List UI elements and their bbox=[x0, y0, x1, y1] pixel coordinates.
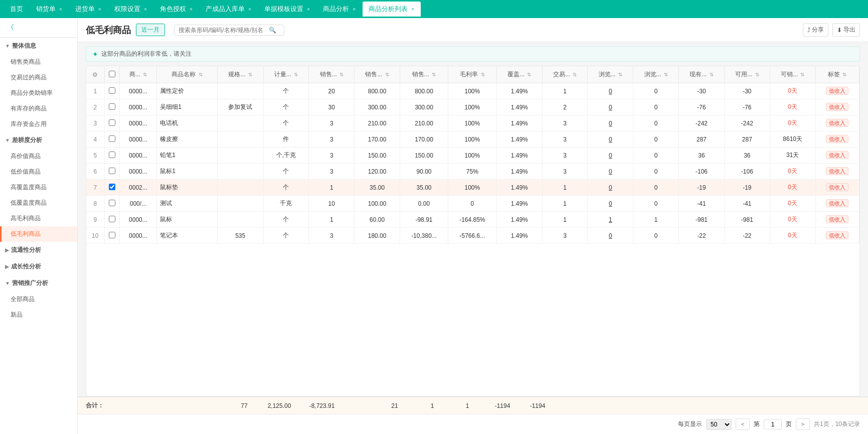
row-checkbox[interactable] bbox=[109, 135, 115, 142]
sidebar-item-all-products[interactable]: 全部商品 bbox=[0, 292, 77, 307]
sidebar-item-in-stock[interactable]: 有库存的商品 bbox=[0, 101, 77, 116]
cell-views1[interactable]: 0 bbox=[588, 131, 633, 148]
cell-checkbox[interactable] bbox=[104, 83, 119, 99]
row-checkbox[interactable] bbox=[109, 184, 115, 190]
close-icon[interactable]: × bbox=[307, 6, 310, 12]
col-unit[interactable]: 计量... ⇅ bbox=[263, 66, 309, 83]
search-icon[interactable]: 🔍 bbox=[269, 27, 276, 34]
export-btn[interactable]: ⬇ 导出 bbox=[832, 23, 860, 37]
cell-checkbox[interactable] bbox=[104, 164, 119, 180]
cell-checkbox[interactable] bbox=[104, 115, 119, 131]
cell-views1[interactable]: 0 bbox=[588, 180, 633, 196]
close-icon[interactable]: × bbox=[353, 6, 356, 12]
nav-product-analysis[interactable]: 商品分析 × bbox=[317, 2, 362, 17]
col-gross-rate[interactable]: 毛利率 ⇅ bbox=[448, 66, 496, 83]
cell-checkbox[interactable] bbox=[104, 148, 119, 164]
views-link[interactable]: 0 bbox=[609, 184, 612, 191]
row-checkbox[interactable] bbox=[109, 168, 115, 174]
col-avail-stock[interactable]: 可用... ⇅ bbox=[724, 66, 770, 83]
col-current-stock[interactable]: 现有... ⇅ bbox=[679, 66, 725, 83]
col-sale-amt[interactable]: 销售... ⇅ bbox=[355, 66, 400, 83]
sidebar-item-capital-usage[interactable]: 库存资金占用 bbox=[0, 116, 77, 132]
settings-icon[interactable]: ⚙ bbox=[92, 71, 98, 78]
cell-views1[interactable]: 0 bbox=[588, 196, 633, 212]
share-btn[interactable]: ⤴ 分享 bbox=[803, 23, 828, 37]
page-size-select[interactable]: 50 100 200 bbox=[706, 419, 732, 430]
cell-checkbox[interactable] bbox=[104, 228, 119, 244]
close-icon[interactable]: × bbox=[411, 6, 414, 12]
col-coverage[interactable]: 覆盖... ⇅ bbox=[496, 66, 542, 83]
cell-checkbox[interactable] bbox=[104, 131, 119, 148]
sidebar-group-circulation[interactable]: ▶ 流通性分析 bbox=[0, 242, 77, 258]
sidebar-group-overall[interactable]: ▼ 整体信息 bbox=[0, 38, 77, 54]
cell-views1[interactable]: 0 bbox=[588, 115, 633, 131]
close-icon[interactable]: × bbox=[59, 6, 62, 12]
cell-checkbox[interactable] bbox=[104, 212, 119, 228]
select-all-checkbox[interactable] bbox=[109, 71, 115, 77]
views-link[interactable]: 0 bbox=[609, 88, 612, 95]
nav-permission-settings[interactable]: 权限设置 × bbox=[108, 2, 153, 17]
sidebar-item-category-rate[interactable]: 商品分类助销率 bbox=[0, 85, 77, 101]
views-link[interactable]: 1 bbox=[609, 216, 612, 223]
current-page-input[interactable] bbox=[764, 419, 782, 429]
views-link[interactable]: 0 bbox=[609, 120, 612, 127]
sidebar-collapse-btn[interactable]: 《 bbox=[5, 21, 16, 34]
sidebar-item-sales-products[interactable]: 销售类商品 bbox=[0, 54, 77, 70]
sidebar-group-value-analysis[interactable]: ▼ 差耕度分析 bbox=[0, 132, 77, 149]
search-input[interactable] bbox=[179, 27, 269, 34]
col-saleable-days[interactable]: 可销... ⇅ bbox=[770, 66, 815, 83]
nav-purchase-order[interactable]: 进货单 × bbox=[69, 2, 107, 17]
sidebar-item-low-margin[interactable]: 低毛利商品 bbox=[0, 226, 77, 242]
col-spec[interactable]: 规格... ⇅ bbox=[217, 66, 263, 83]
col-views1[interactable]: 浏览... ⇅ bbox=[588, 66, 633, 83]
prev-page-btn[interactable]: ＜ bbox=[736, 418, 750, 430]
views-link[interactable]: 0 bbox=[609, 232, 612, 239]
row-checkbox[interactable] bbox=[109, 232, 115, 238]
col-checkbox[interactable] bbox=[104, 66, 119, 83]
row-checkbox[interactable] bbox=[109, 87, 115, 94]
cell-checkbox[interactable] bbox=[104, 196, 119, 212]
sidebar-item-new-products[interactable]: 新品 bbox=[0, 307, 77, 323]
cell-views1[interactable]: 0 bbox=[588, 148, 633, 164]
col-settings[interactable]: ⚙ bbox=[86, 66, 104, 83]
row-checkbox[interactable] bbox=[109, 103, 115, 110]
cell-views1[interactable]: 0 bbox=[588, 164, 633, 180]
col-sale-profit[interactable]: 销售... ⇅ bbox=[400, 66, 448, 83]
nav-product-entry[interactable]: 产成品入库单 × bbox=[200, 2, 257, 17]
col-views2[interactable]: 浏览... ⇅ bbox=[633, 66, 679, 83]
col-code[interactable]: 商... ⇅ bbox=[119, 66, 157, 83]
col-sale-qty[interactable]: 销售... ⇅ bbox=[309, 66, 355, 83]
close-icon[interactable]: × bbox=[248, 6, 251, 12]
row-checkbox[interactable] bbox=[109, 216, 115, 222]
row-checkbox[interactable] bbox=[109, 152, 115, 158]
col-trade-count[interactable]: 交易... ⇅ bbox=[542, 66, 588, 83]
col-name[interactable]: 商品名称 ⇅ bbox=[157, 66, 217, 83]
sidebar-group-marketing[interactable]: ▼ 营销推广分析 bbox=[0, 275, 77, 292]
nav-role-auth[interactable]: 角色授权 × bbox=[154, 2, 199, 17]
sidebar-item-low-coverage[interactable]: 低覆盖度商品 bbox=[0, 195, 77, 211]
row-checkbox[interactable] bbox=[109, 200, 115, 206]
cell-views1[interactable]: 0 bbox=[588, 83, 633, 99]
views-link[interactable]: 0 bbox=[609, 136, 612, 143]
views-link[interactable]: 0 bbox=[609, 200, 612, 207]
sidebar-item-high-coverage[interactable]: 高覆盖度商品 bbox=[0, 180, 77, 195]
views-link[interactable]: 0 bbox=[609, 168, 612, 175]
sidebar-item-low-value[interactable]: 低价值商品 bbox=[0, 164, 77, 180]
sidebar-item-high-value[interactable]: 高价值商品 bbox=[0, 149, 77, 164]
sidebar-group-growth[interactable]: ▶ 成长性分析 bbox=[0, 258, 77, 275]
row-checkbox[interactable] bbox=[109, 119, 115, 126]
close-icon[interactable]: × bbox=[144, 6, 147, 12]
views-link[interactable]: 0 bbox=[609, 104, 612, 111]
cell-views1[interactable]: 0 bbox=[588, 99, 633, 115]
sidebar-item-traded-products[interactable]: 交易过的商品 bbox=[0, 70, 77, 85]
close-icon[interactable]: × bbox=[98, 6, 101, 12]
cell-checkbox[interactable] bbox=[104, 99, 119, 115]
nav-product-analysis-list[interactable]: 商品分析列表 × bbox=[363, 2, 420, 17]
nav-home[interactable]: 首页 bbox=[4, 2, 29, 17]
nav-sales-order[interactable]: 销货单 × bbox=[30, 2, 68, 17]
col-tag[interactable]: 标签 ⇅ bbox=[815, 66, 859, 83]
nav-template-settings[interactable]: 单据模板设置 × bbox=[258, 2, 316, 17]
close-icon[interactable]: × bbox=[190, 6, 193, 12]
cell-views1[interactable]: 1 bbox=[588, 212, 633, 228]
sidebar-item-high-margin[interactable]: 高毛利商品 bbox=[0, 211, 77, 226]
